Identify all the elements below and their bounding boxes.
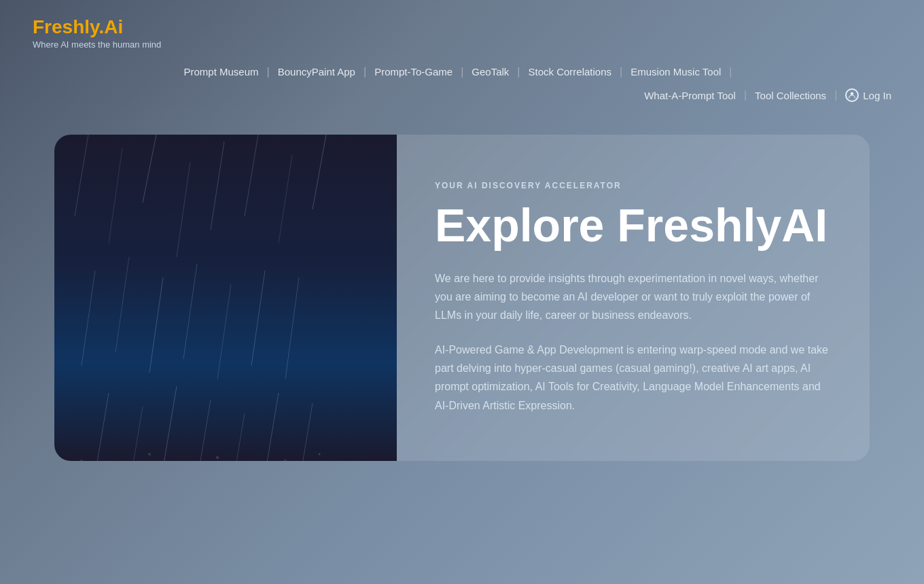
site-header: Freshly.Ai Where AI meets the human mind… — [0, 0, 924, 118]
nav-link-prompt-museum[interactable]: Prompt Museum — [184, 63, 259, 80]
hero-section: YOUR AI DISCOVERY ACCELERATOR Explore Fr… — [54, 135, 870, 461]
svg-point-25 — [148, 453, 151, 456]
nav-link-bouncy-paint[interactable]: BouncyPaint App — [278, 63, 355, 80]
svg-line-8 — [313, 135, 326, 209]
hero-description-1: We are here to provide insights through … — [435, 269, 832, 325]
nav-link-what-a-prompt[interactable]: What-A-Prompt Tool — [644, 87, 736, 104]
logo-section: Freshly.Ai Where AI meets the human mind — [33, 16, 891, 50]
nav-sep-2: | — [363, 66, 366, 78]
nav-sep-8: | — [834, 89, 837, 101]
svg-line-9 — [82, 271, 95, 366]
nav-primary-row: Prompt Museum | BouncyPaint App | Prompt… — [33, 63, 891, 80]
svg-line-19 — [194, 400, 211, 461]
logo-subtitle: Where AI meets the human mind — [33, 39, 891, 50]
main-content: YOUR AI DISCOVERY ACCELERATOR Explore Fr… — [0, 135, 924, 461]
svg-line-7 — [279, 155, 292, 243]
login-button[interactable]: Log In — [845, 86, 891, 105]
nav-link-emusion-music[interactable]: Emusion Music Tool — [630, 63, 721, 80]
svg-point-29 — [284, 460, 287, 461]
hero-content: YOUR AI DISCOVERY ACCELERATOR Explore Fr… — [397, 135, 870, 461]
svg-line-12 — [183, 264, 197, 359]
svg-line-14 — [251, 271, 265, 366]
nav-sep-3: | — [461, 66, 463, 78]
nav-link-geotalk[interactable]: GeoTalk — [472, 63, 509, 80]
svg-point-30 — [319, 453, 321, 456]
svg-point-27 — [216, 456, 219, 459]
nav-link-prompt-to-game[interactable]: Prompt-To-Game — [374, 63, 452, 80]
nav-sep-5: | — [620, 66, 622, 78]
svg-line-3 — [143, 135, 156, 203]
svg-line-21 — [262, 393, 279, 461]
rain-animation — [54, 135, 397, 461]
nav-link-stock-correlations[interactable]: Stock Correlations — [529, 63, 612, 80]
svg-line-20 — [228, 413, 245, 461]
nav-sep-7: | — [744, 89, 747, 101]
nav-secondary-row: What-A-Prompt Tool | Tool Collections | … — [644, 86, 891, 105]
user-icon — [845, 88, 859, 102]
hero-image-panel — [54, 135, 397, 461]
nav-link-tool-collections[interactable]: Tool Collections — [755, 87, 826, 104]
hero-description-2: AI-Powered Game & App Development is ent… — [435, 341, 832, 415]
svg-line-11 — [149, 277, 163, 373]
svg-line-18 — [160, 386, 177, 461]
nav-sep-4: | — [517, 66, 520, 78]
navigation: Prompt Museum | BouncyPaint App | Prompt… — [33, 63, 891, 118]
svg-line-2 — [109, 148, 122, 243]
svg-line-16 — [92, 393, 109, 461]
svg-point-0 — [851, 92, 854, 96]
hero-title: Explore FreshlyAI — [435, 201, 832, 250]
svg-line-17 — [126, 407, 143, 461]
svg-point-23 — [80, 460, 83, 461]
svg-line-13 — [217, 284, 231, 379]
nav-sep-1: | — [267, 66, 270, 78]
svg-line-5 — [211, 141, 224, 230]
nav-sep-6: | — [729, 66, 732, 78]
svg-line-10 — [116, 257, 129, 352]
svg-line-6 — [245, 135, 258, 216]
hero-eyebrow: YOUR AI DISCOVERY ACCELERATOR — [435, 181, 832, 190]
svg-line-1 — [75, 135, 88, 216]
hero-image — [54, 135, 397, 461]
svg-line-4 — [177, 162, 190, 257]
login-label: Log In — [863, 90, 891, 101]
svg-line-22 — [296, 403, 313, 461]
svg-line-15 — [285, 277, 299, 379]
logo-title[interactable]: Freshly.Ai — [33, 16, 891, 38]
